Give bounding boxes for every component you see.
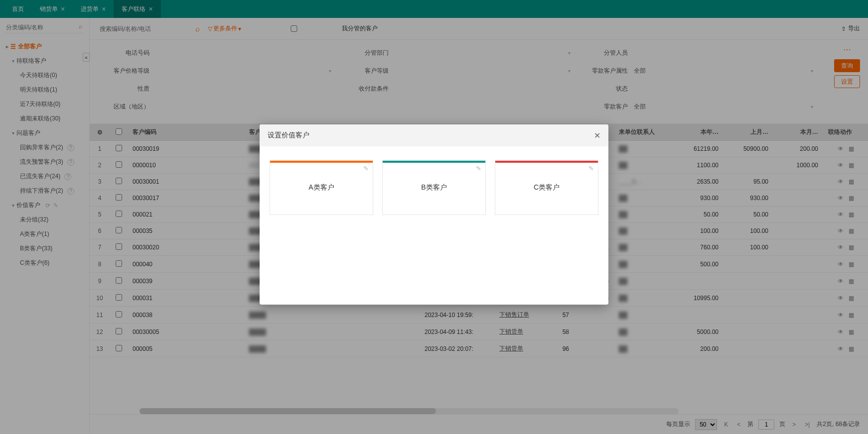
card-color-bar (495, 161, 598, 163)
card-color-bar (383, 161, 485, 163)
value-card[interactable]: ✎B类客户 (382, 160, 486, 215)
close-icon[interactable]: ✕ (594, 131, 600, 140)
edit-icon[interactable]: ✎ (363, 165, 369, 172)
card-name: C类客户 (534, 183, 560, 192)
card-name: B类客户 (421, 183, 446, 192)
card-name: A类客户 (308, 183, 334, 192)
value-card[interactable]: ✎C类客户 (495, 160, 598, 215)
edit-icon[interactable]: ✎ (476, 165, 481, 172)
modal-title: 设置价值客户 (268, 131, 309, 140)
edit-icon[interactable]: ✎ (588, 165, 594, 172)
card-color-bar (270, 161, 373, 163)
value-card[interactable]: ✎A类客户 (270, 160, 373, 215)
modal-body: ✎A类客户✎B类客户✎C类客户 (260, 146, 608, 305)
value-customer-modal: 设置价值客户 ✕ ✎A类客户✎B类客户✎C类客户 (260, 124, 608, 305)
modal-overlay[interactable]: 设置价值客户 ✕ ✎A类客户✎B类客户✎C类客户 (0, 0, 868, 434)
modal-header: 设置价值客户 ✕ (260, 124, 608, 146)
